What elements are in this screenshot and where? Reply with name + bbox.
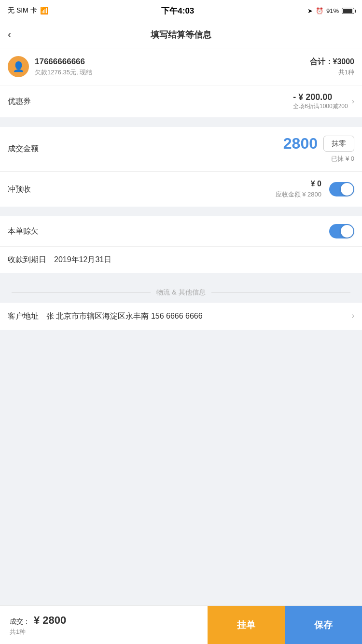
- address-chevron: ›: [352, 310, 354, 320]
- qianqian-label: 本单赊欠: [8, 226, 39, 237]
- toggle-knob: [341, 183, 353, 196]
- coupon-row[interactable]: 优惠券 - ¥ 200.00 全场6折满1000减200 ›: [0, 85, 362, 117]
- address-row[interactable]: 客户地址 张 北京市市辖区海淀区永丰南 156 6666 6666 ›: [0, 303, 362, 330]
- transaction-label: 成交金额: [8, 144, 39, 154]
- bottom-bar: 成交： ¥ 2800 共1种 挂单 保存: [0, 605, 362, 644]
- coupon-chevron: ›: [352, 97, 354, 106]
- address-value: 张 北京市市辖区海淀区永丰南 156 6666 6666: [46, 310, 344, 322]
- due-date-row: 收款到期日 2019年12月31日: [0, 247, 362, 273]
- qianqian-toggle[interactable]: [329, 224, 354, 238]
- divider-line-right: [211, 293, 350, 293]
- user-left: 👤 17666666666 欠款1276.35元, 现结: [8, 56, 92, 77]
- status-right: ➤ ⏰ 91%: [307, 7, 354, 14]
- location-icon: ➤: [307, 7, 313, 14]
- divider-line-left: [12, 293, 151, 293]
- transaction-row: 成交金额 2800 抹零 已抹 ¥ 0: [0, 127, 362, 171]
- status-left: 无 SIM 卡 📶: [8, 6, 48, 15]
- summary-label: 成交：: [10, 617, 30, 626]
- status-time: 下午4:03: [161, 5, 194, 16]
- battery-fill: [343, 9, 352, 13]
- content: 👤 17666666666 欠款1276.35元, 现结 合计：¥3000 共1…: [0, 48, 362, 431]
- chong-sub: 应收金额 ¥ 2800: [276, 190, 321, 199]
- transaction-card: 成交金额 2800 抹零 已抹 ¥ 0 冲预收 ¥ 0 应收金额 ¥ 2800: [0, 127, 362, 207]
- user-row: 👤 17666666666 欠款1276.35元, 现结 合计：¥3000 共1…: [0, 48, 362, 85]
- chong-right: ¥ 0 应收金额 ¥ 2800: [276, 180, 321, 199]
- coupon-amount: - ¥ 200.00: [293, 92, 348, 102]
- battery-percent: 91%: [326, 7, 339, 14]
- chong-toggle[interactable]: [329, 182, 354, 196]
- avatar-icon: 👤: [13, 61, 25, 72]
- qianqian-toggle-knob: [341, 225, 353, 238]
- qianqian-row: 本单赊欠: [0, 216, 362, 247]
- status-bar: 无 SIM 卡 📶 下午4:03 ➤ ⏰ 91%: [0, 0, 362, 21]
- alarm-icon: ⏰: [316, 7, 323, 14]
- summary-count: 共1种: [10, 628, 198, 636]
- back-button[interactable]: ‹: [8, 28, 11, 41]
- save-button[interactable]: 保存: [285, 606, 362, 644]
- transaction-right: 2800 抹零 已抹 ¥ 0: [283, 135, 354, 163]
- transaction-amount: 2800: [283, 135, 318, 153]
- qianqian-card: 本单赊欠 收款到期日 2019年12月31日: [0, 216, 362, 273]
- coupon-label: 优惠券: [8, 97, 31, 107]
- avatar: 👤: [8, 56, 29, 77]
- hold-button[interactable]: 挂单: [208, 606, 285, 644]
- total-count: 共1种: [310, 68, 355, 77]
- bottom-summary: 成交： ¥ 2800 共1种: [0, 614, 208, 636]
- battery-bar: [342, 8, 354, 14]
- page-title: 填写结算等信息: [151, 29, 211, 41]
- section-gap-2: [0, 211, 362, 216]
- coupon-desc: 全场6折满1000减200: [293, 102, 348, 111]
- coupon-detail: - ¥ 200.00 全场6折满1000减200: [293, 92, 348, 111]
- due-label: 收款到期日: [8, 255, 46, 265]
- section-gap-3: [0, 278, 362, 282]
- user-info: 17666666666 欠款1276.35元, 现结: [35, 57, 92, 77]
- user-phone: 17666666666: [35, 57, 92, 67]
- round-button[interactable]: 抹零: [323, 136, 354, 152]
- gray-area: [0, 330, 362, 388]
- transaction-sub: 已抹 ¥ 0: [283, 154, 354, 163]
- section-gap-1: [0, 122, 362, 127]
- amount-section: 2800 抹零: [283, 135, 354, 153]
- summary-top: 成交： ¥ 2800: [10, 614, 198, 627]
- chong-amount: ¥ 0: [311, 180, 321, 188]
- total-amount: 合计：¥3000: [310, 57, 355, 67]
- chong-label: 冲预收: [8, 184, 31, 195]
- logistics-text: 物流 & 其他信息: [156, 288, 205, 297]
- address-label: 客户地址: [8, 310, 39, 322]
- nav-bar: ‹ 填写结算等信息: [0, 21, 362, 48]
- user-right: 合计：¥3000 共1种: [310, 57, 355, 77]
- user-card: 👤 17666666666 欠款1276.35元, 现结 合计：¥3000 共1…: [0, 48, 362, 117]
- user-debt: 欠款1276.35元, 现结: [35, 68, 92, 77]
- wifi-icon: 📶: [40, 7, 48, 14]
- chong-row: 冲预收 ¥ 0 应收金额 ¥ 2800: [0, 171, 362, 207]
- summary-amount: ¥ 2800: [34, 614, 66, 627]
- coupon-right: - ¥ 200.00 全场6折满1000减200 ›: [293, 92, 354, 111]
- carrier-text: 无 SIM 卡: [8, 6, 37, 15]
- logistics-divider: 物流 & 其他信息: [0, 282, 362, 303]
- due-value: 2019年12月31日: [54, 255, 111, 265]
